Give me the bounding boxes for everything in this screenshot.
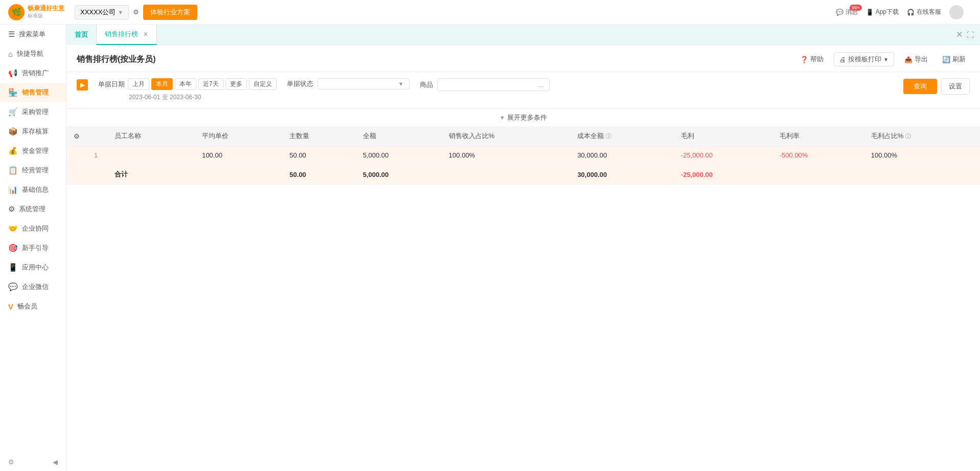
company-selector[interactable]: XXXXX公司 ▼ <box>75 5 129 19</box>
status-label: 单据状态 <box>287 79 313 88</box>
tab-sales-rank[interactable]: 销售排行榜 ✕ <box>97 25 157 45</box>
trial-button[interactable]: 体验行业方案 <box>143 5 197 20</box>
tab-close-icon[interactable]: ✕ <box>143 31 148 38</box>
home-icon: ⌂ <box>8 50 13 58</box>
page-actions: ❓ 帮助 🖨 按模板打印 ▼ 📤 导出 🔄 <box>796 52 970 66</box>
col-avg-price: 平均单价 <box>195 126 282 146</box>
sidebar-item-wechat[interactable]: 💬 企业微信 <box>0 277 66 297</box>
print-template-button[interactable]: 🖨 按模板打印 ▼ <box>834 52 894 66</box>
col-amount: 全额 <box>356 126 442 146</box>
operations-icon: 📋 <box>8 166 18 175</box>
tab-home[interactable]: 首页 <box>66 25 97 45</box>
col-main-qty: 主数量 <box>282 126 355 146</box>
date-options: 上月 本月 本年 近7天 更多 自定义 <box>128 78 277 90</box>
date-range: 2023-06-01 至 2023-06-30 <box>98 93 277 102</box>
query-button[interactable]: 查询 <box>903 79 937 94</box>
sidebar-label-sales-mgmt: 销售管理 <box>22 88 49 97</box>
help-icon: ❓ <box>800 56 808 63</box>
sidebar-item-search-order[interactable]: ☰ 搜索菜单 <box>0 25 66 44</box>
date-label: 单据日期 <box>98 80 125 89</box>
sidebar-item-purchase-mgmt[interactable]: 🛒 采购管理 <box>0 102 66 122</box>
sidebar: ☰ 搜索菜单 ⌂ 快捷导航 📢 营销推广 🏪 销售管理 🛒 采购管理 📦 库 <box>0 25 66 471</box>
cell-gross-pct: 100.00% <box>864 146 980 165</box>
sidebar-item-base-info[interactable]: 📊 基础信息 <box>0 180 66 199</box>
goods-filter-group: 商品 ... <box>420 78 550 91</box>
cell-cost-amount: 30,000.00 <box>570 146 673 165</box>
table-wrapper: ⚙ 员工名称 平均单价 主数量 全额 销售收入占比% 成本全额 ⓘ <box>66 126 980 185</box>
online-support-label: 在线客服 <box>917 8 941 16</box>
sidebar-item-app-center[interactable]: 📱 应用中心 <box>0 258 66 277</box>
sidebar-item-quick-nav[interactable]: ⌂ 快捷导航 <box>0 44 66 63</box>
cell-employee <box>107 146 195 165</box>
sidebar-label-marketing: 营销推广 <box>22 69 49 78</box>
enterprise-icon: 🤝 <box>8 224 18 233</box>
app-edition: 标准版 <box>28 12 64 19</box>
date-btn-last-month[interactable]: 上月 <box>128 78 149 90</box>
refresh-button[interactable]: 🔄 刷新 <box>938 53 970 66</box>
date-btn-this-month[interactable]: 本月 <box>151 78 173 90</box>
cell-amount: 5,000.00 <box>356 146 442 165</box>
export-button[interactable]: 📤 导出 <box>900 53 932 66</box>
sidebar-label-finance: 资金管理 <box>22 146 49 155</box>
sales-icon: 🏪 <box>8 88 18 97</box>
sidebar-item-operations[interactable]: 📋 经营管理 <box>0 161 66 180</box>
sidebar-item-sales-mgmt[interactable]: 🏪 销售管理 <box>0 83 66 102</box>
sidebar-item-system-mgmt[interactable]: ⚙ 系统管理 <box>0 199 66 219</box>
status-select[interactable]: ▼ <box>317 78 409 89</box>
sidebar-item-guide[interactable]: 🎯 新手引导 <box>0 238 66 258</box>
tab-right-icons: ✕ ⛶ <box>956 30 980 39</box>
col-rank <box>87 126 107 146</box>
cell-main-qty: 50.00 <box>282 146 355 165</box>
sidebar-item-finance[interactable]: 💰 资金管理 <box>0 141 66 161</box>
system-icon: ⚙ <box>8 205 15 214</box>
info-icon2: ⓘ <box>905 133 911 139</box>
sidebar-item-enterprise[interactable]: 🤝 企业协同 <box>0 219 66 238</box>
tab-close-all-icon[interactable]: ✕ <box>956 30 963 39</box>
sidebar-label-base-info: 基础信息 <box>22 185 49 194</box>
table-row: 1 100.00 50.00 5,000.00 100.00% 30,000.0… <box>66 146 980 165</box>
page-header: 销售排行榜(按业务员) ❓ 帮助 🖨 按模板打印 ▼ 📤 <box>66 45 980 72</box>
summary-empty1 <box>66 165 87 185</box>
sidebar-item-inventory[interactable]: 📦 库存核算 <box>0 122 66 141</box>
settings-button[interactable]: 设置 <box>941 78 970 95</box>
expand-more-bar[interactable]: ▼ 展开更多条件 <box>66 108 980 126</box>
table-body: 1 100.00 50.00 5,000.00 100.00% 30,000.0… <box>66 146 980 165</box>
user-avatar[interactable] <box>949 5 964 19</box>
col-employee: 员工名称 <box>107 126 195 146</box>
col-settings-icon[interactable]: ⚙ <box>66 126 87 146</box>
sidebar-bottom: ⚙ ◀ <box>0 453 66 471</box>
app-download-area[interactable]: 📱 App下载 <box>866 8 899 16</box>
date-btn-custom[interactable]: 自定义 <box>249 78 277 90</box>
date-btn-this-year[interactable]: 本年 <box>175 78 196 90</box>
expand-filter-icon[interactable]: ▶ <box>77 79 88 91</box>
wechat-icon: 💬 <box>8 282 18 291</box>
help-button[interactable]: ❓ 帮助 <box>796 53 828 66</box>
sidebar-collapse-icon[interactable]: ◀ <box>53 458 58 466</box>
col-gross-pct: 毛利占比% ⓘ <box>864 126 980 146</box>
table-header: ⚙ 员工名称 平均单价 主数量 全额 销售收入占比% 成本全额 ⓘ <box>66 126 980 146</box>
sidebar-label-system-mgmt: 系统管理 <box>19 205 45 214</box>
purchase-icon: 🛒 <box>8 107 18 117</box>
settings-icon-btn[interactable]: ⚙ <box>129 5 143 19</box>
goods-label: 商品 <box>420 80 433 89</box>
summary-avg-price <box>195 165 282 185</box>
headset-icon: 🎧 <box>907 9 915 16</box>
goods-input[interactable]: ... <box>437 78 550 91</box>
date-btn-more[interactable]: 更多 <box>225 78 247 90</box>
finance-icon: 💰 <box>8 146 18 155</box>
data-table: ⚙ 员工名称 平均单价 主数量 全额 销售收入占比% 成本全额 ⓘ <box>66 126 980 185</box>
sidebar-bottom-settings-icon[interactable]: ⚙ <box>8 458 14 466</box>
message-icon-area[interactable]: 💬 消息 99+ <box>836 8 858 16</box>
expand-arrow[interactable]: ▶ <box>77 79 88 91</box>
online-support-area[interactable]: 🎧 在线客服 <box>907 8 941 16</box>
table-settings-icon[interactable]: ⚙ <box>74 132 80 140</box>
message-icon: 💬 <box>836 9 844 16</box>
app-center-icon: 📱 <box>8 263 18 272</box>
date-btn-7days[interactable]: 近7天 <box>198 78 223 90</box>
page-title: 销售排行榜(按业务员) <box>77 54 156 65</box>
print-icon: 🖨 <box>839 56 846 63</box>
sidebar-item-marketing[interactable]: 📢 营销推广 <box>0 63 66 83</box>
tab-fullscreen-icon[interactable]: ⛶ <box>967 31 974 39</box>
sidebar-item-member[interactable]: V 畅会员 <box>0 297 66 316</box>
app-name-area: 畅康通好生意 标准版 <box>28 5 64 19</box>
